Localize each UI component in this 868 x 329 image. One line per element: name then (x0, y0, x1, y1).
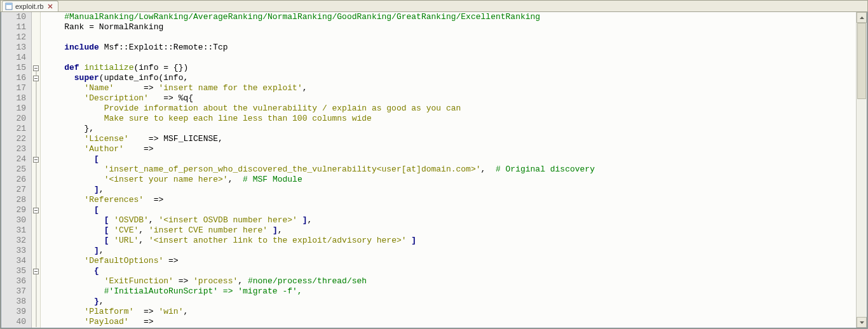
fold-marker (32, 83, 40, 93)
line-number: 12 (1, 32, 26, 43)
fold-marker (32, 12, 40, 22)
code-line: '<insert your name here>', # MSF Module (44, 175, 856, 185)
fold-marker (32, 53, 40, 63)
code-line: Make sure to keep each line less than 10… (44, 114, 856, 124)
fold-marker (32, 256, 40, 266)
line-number: 29 (1, 205, 26, 215)
line-number: 21 (1, 124, 26, 134)
fold-marker[interactable] (32, 73, 40, 83)
fold-marker (32, 114, 40, 124)
line-number: 40 (1, 317, 26, 327)
code-line: 'Description' => %q{ (44, 93, 856, 104)
line-number: 19 (1, 104, 26, 114)
fold-marker[interactable] (32, 154, 40, 164)
close-icon[interactable] (46, 3, 54, 10)
fold-marker (32, 225, 40, 236)
scroll-up-button[interactable] (857, 12, 867, 23)
code-line: include Msf::Exploit::Remote::Tcp (44, 43, 856, 53)
code-line: [ (44, 205, 856, 215)
fold-marker (32, 22, 40, 32)
code-line: [ 'URL', '<insert another link to the ex… (44, 236, 856, 246)
line-number: 32 (1, 236, 26, 246)
line-number: 37 (1, 286, 26, 297)
fold-marker (32, 297, 40, 307)
code-line: #'InitialAutoRunScript' => 'migrate -f', (44, 286, 856, 297)
line-number: 11 (1, 22, 26, 32)
fold-marker (32, 144, 40, 154)
fold-marker (32, 307, 40, 317)
code-line: { (44, 266, 856, 276)
code-line: 'Author' => (44, 144, 856, 154)
fold-column (32, 12, 41, 328)
fold-marker (32, 134, 40, 144)
line-number: 28 (1, 195, 26, 205)
fold-marker (32, 43, 40, 53)
fold-marker[interactable] (32, 266, 40, 276)
fold-marker (32, 195, 40, 205)
scroll-track[interactable] (857, 23, 867, 317)
fold-marker (32, 215, 40, 225)
line-number: 14 (1, 53, 26, 63)
line-number: 15 (1, 63, 26, 73)
line-number: 38 (1, 297, 26, 307)
line-number: 27 (1, 185, 26, 195)
line-number: 22 (1, 134, 26, 144)
line-number: 17 (1, 83, 26, 93)
line-number: 18 (1, 93, 26, 104)
fold-marker (32, 175, 40, 185)
code-line: #ManualRanking/LowRanking/AverageRanking… (44, 12, 856, 22)
fold-marker (32, 104, 40, 114)
code-line: }, (44, 124, 856, 134)
file-tab-label: exploit.rb (15, 3, 44, 10)
vertical-scrollbar[interactable] (856, 12, 867, 328)
fold-marker[interactable] (32, 205, 40, 215)
fold-marker (32, 93, 40, 104)
line-number: 24 (1, 154, 26, 164)
line-number: 25 (1, 164, 26, 175)
code-line: 'insert_name_of_person_who_discovered_th… (44, 164, 856, 175)
scroll-thumb[interactable] (857, 23, 866, 99)
file-tab[interactable]: exploit.rb (2, 1, 58, 11)
line-number: 35 (1, 266, 26, 276)
line-number: 36 (1, 276, 26, 286)
code-line: def initialize(info = {}) (44, 63, 856, 73)
code-line: 'Platform' => 'win', (44, 307, 856, 317)
code-line: [ 'CVE', 'insert CVE number here' ], (44, 225, 856, 236)
fold-marker (32, 185, 40, 195)
line-number: 10 (1, 12, 26, 22)
line-number: 20 (1, 114, 26, 124)
fold-marker (32, 164, 40, 175)
scroll-down-button[interactable] (857, 317, 867, 328)
code-line: }, (44, 297, 856, 307)
code-line: 'License' => MSF_LICENSE, (44, 134, 856, 144)
fold-marker (32, 317, 40, 327)
code-line (44, 53, 856, 63)
line-number: 31 (1, 225, 26, 236)
ruby-file-icon (5, 3, 13, 10)
fold-marker (32, 276, 40, 286)
line-number: 30 (1, 215, 26, 225)
code-line: [ (44, 154, 856, 164)
code-line: Rank = NormalRanking (44, 22, 856, 32)
fold-marker (32, 286, 40, 297)
code-line: 'Payload' => (44, 317, 856, 327)
line-number: 33 (1, 246, 26, 256)
fold-marker[interactable] (32, 63, 40, 73)
line-number: 26 (1, 175, 26, 185)
tab-bar: exploit.rb (1, 1, 867, 12)
editor-window: exploit.rb 10111213141516171819202122232… (0, 0, 868, 329)
svg-rect-1 (6, 3, 12, 5)
code-line: Provide information about the vulnerabil… (44, 104, 856, 114)
code-line: super(update_info(info, (44, 73, 856, 83)
code-line (44, 32, 856, 43)
code-line: ], (44, 246, 856, 256)
fold-marker (32, 246, 40, 256)
code-line: ], (44, 185, 856, 195)
code-line: 'ExitFunction' => 'process', #none/proce… (44, 276, 856, 286)
fold-marker (32, 236, 40, 246)
line-number-gutter: 1011121314151617181920212223242526272829… (1, 12, 32, 328)
code-content[interactable]: #ManualRanking/LowRanking/AverageRanking… (41, 12, 856, 328)
editor-area: 1011121314151617181920212223242526272829… (1, 12, 867, 328)
line-number: 23 (1, 144, 26, 154)
fold-marker (32, 32, 40, 43)
